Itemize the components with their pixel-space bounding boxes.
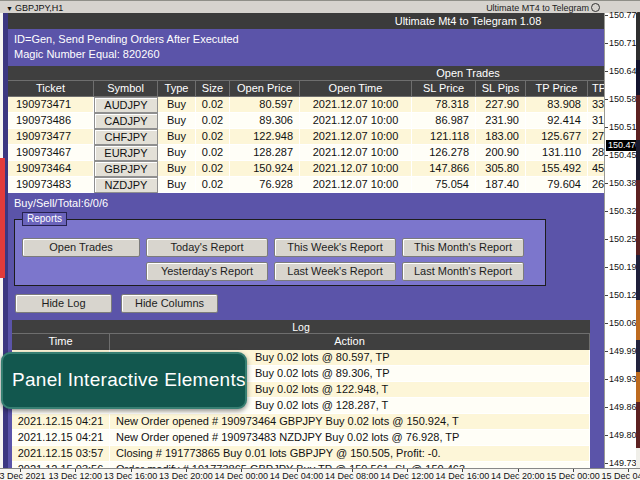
cell-open-time: 2021.12.07 10:00 [300,97,412,113]
symbol-button[interactable]: EURJPY [94,145,158,161]
symbol-button[interactable]: AUDJPY [94,97,158,113]
cell-sl-price: 86.987 [412,113,476,129]
panel-title-bar: Ultimate Mt4 to Telegram 1.08 [8,13,604,29]
hide-columns-button[interactable]: Hide Columns [121,294,218,313]
time-label: 15 Dec 00:00 [546,471,600,480]
open-trades-table: Open Trades TicketSymbolTypeSizeOpen Pri… [8,66,604,193]
table-row: 190973483NZDJPYBuy0.0276.9282021.12.07 1… [8,177,604,193]
cell-tp-price: 155.492 [526,161,588,177]
cell-type: Buy [158,145,196,161]
report-button-last-month-s-report[interactable]: Last Month's Report [402,262,524,281]
symbol-button[interactable]: GBPJPY [94,161,158,177]
time-label: 14 Dec 16:00 [436,471,490,480]
chart-tab-label: GBPJPY,H1 [15,3,63,13]
price-tick [605,211,608,212]
cell-open-time: 2021.12.07 10:00 [300,177,412,193]
cell-open-time: 2021.12.07 10:00 [300,129,412,145]
cell-type: Buy [158,97,196,113]
cell-sl-price: 121.118 [412,129,476,145]
hide-log-button[interactable]: Hide Log [15,294,112,313]
edge-strip-segment [636,95,640,140]
current-price-box: 150.470 [606,140,637,151]
price-tick [605,379,608,380]
cell-type: Buy [158,161,196,177]
report-button-open-trades[interactable]: Open Trades [22,238,140,257]
indicator-badge-icon [591,3,600,12]
cell-tp-pips: 31 [588,113,604,129]
cell-tp-pips: 28 [588,145,604,161]
log-row: 2021.12.15 04:21New Order opened # 19097… [12,430,590,446]
report-button-last-week-s-report[interactable]: Last Week's Report [274,262,396,281]
cell-open-price: 128.287 [230,145,300,161]
time-label: 14 Dec 12:00 [380,471,434,480]
report-button-yesterday-s-report[interactable]: Yesterday's Report [146,262,268,281]
price-tick [605,407,608,408]
info-line-2: Magic Number Equal: 820260 [14,47,239,62]
log-time-cell: 2021.12.15 04:21 [12,430,110,446]
price-tick [605,99,608,100]
symbol-button[interactable]: NZDJPY [94,177,158,193]
cell-sl-pips: 183.00 [476,129,526,145]
time-axis[interactable]: 13 Dec 202113 Dec 12:0013 Dec 16:0013 De… [0,468,640,480]
log-col-header-action: Action [110,334,590,350]
col-header-open-price: Open Price [230,81,300,97]
report-button-this-week-s-report[interactable]: This Week's Report [274,238,396,257]
time-label: 14 Dec 00:00 [214,471,268,480]
table-row: 190973467EURJPYBuy0.02128.2872021.12.07 … [8,145,604,161]
symbol-button[interactable]: CADJPY [94,113,158,129]
cell-tp-price: 131.110 [526,145,588,161]
edge-strip-segment [636,300,640,340]
price-tick [605,183,608,184]
cell-ticket: 190973471 [8,97,94,113]
col-header-ticket: Ticket [8,81,94,97]
table-row: 190973464GBPJPYBuy0.02150.9242021.12.07 … [8,161,604,177]
edge-strip-segment [636,180,640,255]
open-trades-title: Open Trades [8,66,604,81]
window-edge-strip [636,13,640,468]
cell-ticket: 190973467 [8,145,94,161]
cell-size: 0.02 [196,177,230,193]
col-header-tp-pips: TP Pips [588,81,604,97]
cell-sl-price: 126.278 [412,145,476,161]
price-tick [605,15,608,16]
chart-tab-bar: ▼GBPJPY,H1 Ultimate MT4 to Telegram [0,0,640,13]
cell-tp-pips: 27 [588,129,604,145]
cell-open-time: 2021.12.07 10:00 [300,113,412,129]
edge-strip-segment [636,255,640,300]
time-label: 13 Dec 12:00 [49,471,103,480]
open-trades-header-row: TicketSymbolTypeSizeOpen PriceOpen TimeS… [8,81,604,97]
price-tick [605,463,608,464]
symbol-button[interactable]: CHFJPY [94,129,158,145]
indicator-name-label: Ultimate MT4 to Telegram [486,3,600,13]
time-label: 13 Dec 20:00 [159,471,213,480]
cell-size: 0.02 [196,145,230,161]
cell-sl-price: 147.866 [412,161,476,177]
chart-tab-gbpjpy[interactable]: ▼GBPJPY,H1 [6,3,63,13]
cell-type: Buy [158,129,196,145]
edge-strip-segment [636,448,640,468]
col-header-open-time: Open Time [300,81,412,97]
price-tick [605,155,608,156]
cell-size: 0.02 [196,161,230,177]
cell-sl-pips: 305.80 [476,161,526,177]
panel-info-text: ID=Gen, Send Pending Orders After Execut… [14,32,239,62]
cell-ticket: 190973477 [8,129,94,145]
cell-tp-price: 79.604 [526,177,588,193]
mt4-chart-window: ▼GBPJPY,H1 Ultimate MT4 to Telegram 150.… [0,0,640,480]
cell-sl-pips: 231.90 [476,113,526,129]
price-tick [605,71,608,72]
cell-tp-price: 92.414 [526,113,588,129]
report-button-today-s-report[interactable]: Today's Report [146,238,268,257]
table-row: 190973471AUDJPYBuy0.0280.5972021.12.07 1… [8,97,604,113]
cell-ticket: 190973483 [8,177,94,193]
col-header-symbol: Symbol [94,81,158,97]
price-tick [605,239,608,240]
price-axis[interactable]: 150.775150.710150.645150.580150.515150.4… [604,13,636,468]
time-label: 14 Dec 04:00 [270,471,324,480]
cell-open-price: 150.924 [230,161,300,177]
log-header-row: TimeAction [12,334,590,350]
col-header-size: Size [196,81,230,97]
price-tick [605,435,608,436]
col-header-sl-price: SL Price [412,81,476,97]
report-button-this-month-s-report[interactable]: This Month's Report [402,238,524,257]
